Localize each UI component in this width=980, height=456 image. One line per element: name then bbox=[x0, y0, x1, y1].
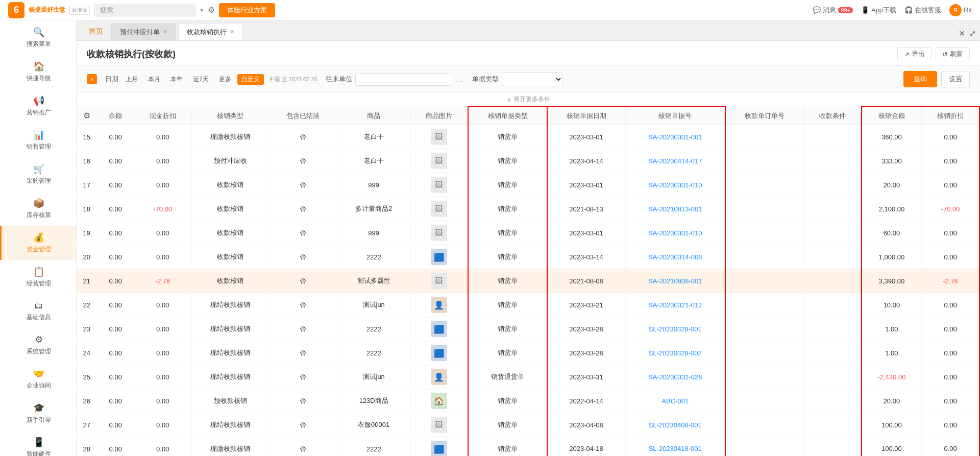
bill-no-link[interactable]: SL-20230418-001 bbox=[649, 445, 702, 452]
row-bill-no[interactable]: SA-20210808-001 bbox=[625, 269, 725, 293]
bill-no-link[interactable]: SL-20230328-001 bbox=[649, 325, 702, 333]
row-goods-img: 👤 bbox=[410, 365, 468, 389]
messages-group[interactable]: 💬 消息 99+ bbox=[813, 6, 853, 15]
row-bill-no[interactable]: SL-20230418-001 bbox=[625, 437, 725, 457]
row-bill-date: 2023-03-01 bbox=[547, 173, 625, 197]
bill-no-link[interactable]: SA-20230331-026 bbox=[648, 373, 702, 381]
bill-no-link[interactable]: SL-20230328-002 bbox=[649, 349, 702, 357]
row-cash-discount: 0.00 bbox=[134, 173, 191, 197]
refresh-button[interactable]: ↺ 刷新 bbox=[936, 47, 970, 61]
sidebar-item-inventory[interactable]: 📦 库存核算 bbox=[0, 191, 76, 226]
sidebar-item-finance[interactable]: 💰 资金管理 bbox=[0, 226, 76, 260]
date-option-7days[interactable]: 近7天 bbox=[189, 74, 213, 85]
table-wrapper[interactable]: ⚙ 余额 现金折扣 核销类型 包含已结清 商品 商品图片 核销单据类型 核销单据… bbox=[77, 106, 980, 456]
filter-expand-button[interactable]: » bbox=[87, 74, 97, 84]
bill-no-link[interactable]: SA-20230321-012 bbox=[648, 301, 702, 309]
row-bill-no[interactable]: SA-20230301-010 bbox=[625, 173, 725, 197]
row-bill-no[interactable]: SL-20230328-001 bbox=[625, 317, 725, 341]
maximize-icon[interactable]: ⤢ bbox=[969, 29, 976, 38]
row-verify-type: 预收款核销 bbox=[191, 389, 270, 413]
date-option-last-month[interactable]: 上月 bbox=[121, 74, 142, 85]
row-receipt-condition bbox=[803, 317, 861, 341]
date-option-more[interactable]: 更多 bbox=[215, 74, 235, 85]
column-settings-icon[interactable]: ⚙ bbox=[83, 111, 90, 120]
sidebar-item-sales[interactable]: 📊 销售管理 bbox=[0, 123, 76, 157]
row-bill-date: 2023-03-31 bbox=[547, 365, 625, 389]
counterpart-input[interactable] bbox=[355, 73, 452, 86]
col-gear[interactable]: ⚙ bbox=[77, 107, 97, 125]
row-verify-type: 现缴收款核销 bbox=[191, 125, 270, 149]
row-bill-no[interactable]: SA-20230301-010 bbox=[625, 221, 725, 245]
row-id: 18 bbox=[77, 197, 97, 221]
row-cash-discount: 0.00 bbox=[134, 365, 191, 389]
sidebar-item-purchase[interactable]: 🛒 采购管理 bbox=[0, 157, 76, 191]
sidebar-item-basic-info[interactable]: 🗂 基础信息 bbox=[0, 294, 76, 328]
row-bill-no[interactable]: ABC-001 bbox=[625, 389, 725, 413]
bill-no-link[interactable]: SA-20210813-001 bbox=[648, 205, 702, 213]
search-bar[interactable]: 搜索 bbox=[94, 4, 196, 17]
sidebar-item-search[interactable]: 🔍 搜索菜单 bbox=[0, 20, 76, 55]
sidebar-item-marketing[interactable]: 📢 营销推广 bbox=[0, 89, 76, 123]
row-verify-amount: 100.00 bbox=[862, 437, 922, 457]
bill-no-link[interactable]: SA-20230301-010 bbox=[648, 229, 702, 237]
search-icon: 🔍 bbox=[33, 27, 44, 38]
sidebar-item-guide[interactable]: 🎓 新手引导 bbox=[0, 396, 76, 430]
sidebar-item-hardware[interactable]: 📱 智能硬件 bbox=[0, 430, 76, 456]
row-receipt-order-no bbox=[725, 293, 803, 317]
row-receipt-order-no bbox=[725, 173, 803, 197]
row-bill-no[interactable]: SA-20230301-001 bbox=[625, 125, 725, 149]
setting-button[interactable]: 设置 bbox=[941, 71, 970, 87]
expand-more-bar[interactable]: ∨ 展开更多条件 bbox=[77, 93, 980, 106]
user-group[interactable]: R Rit bbox=[949, 4, 972, 16]
industry-solution-button[interactable]: 体验行业方案 bbox=[219, 3, 275, 17]
row-bill-no[interactable]: SA-20230321-012 bbox=[625, 293, 725, 317]
bill-no-link[interactable]: SA-20230314-008 bbox=[648, 253, 702, 261]
row-verify-type: 收款核销 bbox=[191, 269, 270, 293]
dropdown-arrow[interactable]: ▾ bbox=[200, 6, 204, 14]
row-bill-no[interactable]: SL-20230328-002 bbox=[625, 341, 725, 365]
bill-no-link[interactable]: ABC-001 bbox=[662, 397, 689, 405]
col-bill-date: 核销单据日期 bbox=[547, 107, 625, 125]
export-button[interactable]: ↗ 导出 bbox=[897, 47, 932, 61]
sidebar-label-sales: 销售管理 bbox=[27, 142, 51, 151]
tab-prepaid[interactable]: 预付冲应付单 ✕ bbox=[111, 23, 176, 40]
date-option-this-year[interactable]: 本年 bbox=[166, 74, 187, 85]
row-goods-img: 👤 bbox=[410, 293, 468, 317]
row-bill-no[interactable]: SA-20230314-008 bbox=[625, 245, 725, 269]
row-bill-type: 销货单 bbox=[468, 125, 547, 149]
tab-home[interactable]: 首页 bbox=[81, 23, 111, 40]
bill-type-select[interactable] bbox=[502, 73, 563, 86]
settings-gear-icon[interactable]: ⚙ bbox=[208, 5, 215, 15]
row-cash-discount: -2.76 bbox=[134, 269, 191, 293]
sidebar-item-system[interactable]: ⚙ 系统管理 bbox=[0, 328, 76, 362]
bill-no-link[interactable]: SA-20230414-017 bbox=[648, 157, 702, 165]
online-service-group[interactable]: 🎧 在线客服 bbox=[904, 6, 941, 15]
sidebar-item-nav[interactable]: 🏠 快捷导航 bbox=[0, 55, 76, 89]
row-bill-no[interactable]: SA-20230331-026 bbox=[625, 365, 725, 389]
tab-close-prepaid[interactable]: ✕ bbox=[163, 29, 167, 35]
date-option-custom[interactable]: 自定义 bbox=[237, 74, 264, 85]
row-bill-no[interactable]: SL-20230408-001 bbox=[625, 413, 725, 437]
bill-no-link[interactable]: SA-20230301-001 bbox=[648, 133, 702, 141]
row-bill-no[interactable]: SA-20210813-001 bbox=[625, 197, 725, 221]
bill-no-link[interactable]: SA-20230301-010 bbox=[648, 181, 702, 189]
sidebar-item-collab[interactable]: 🤝 企业协同 bbox=[0, 362, 76, 396]
app-download-group[interactable]: 📱 App下载 bbox=[861, 6, 896, 15]
query-button[interactable]: 查询 bbox=[903, 71, 937, 87]
bill-no-link[interactable]: SL-20230408-001 bbox=[649, 421, 702, 429]
row-bill-no[interactable]: SA-20230414-017 bbox=[625, 149, 725, 173]
row-goods: 2222 bbox=[337, 437, 410, 457]
row-bill-type: 销货单 bbox=[468, 173, 547, 197]
row-balance: 0.00 bbox=[97, 269, 134, 293]
row-balance: 0.00 bbox=[97, 149, 134, 173]
tab-receipt-verify[interactable]: 收款核销执行 ✕ bbox=[178, 23, 243, 40]
bill-no-link[interactable]: SA-20210808-001 bbox=[648, 277, 702, 285]
sidebar-item-management[interactable]: 📋 经营管理 bbox=[0, 260, 76, 294]
close-window-icon[interactable]: ✕ bbox=[959, 29, 965, 38]
date-option-this-month[interactable]: 本月 bbox=[144, 74, 164, 85]
tab-close-receipt[interactable]: ✕ bbox=[230, 29, 234, 35]
chart-icon: 📊 bbox=[33, 129, 44, 140]
row-include-cleared: 否 bbox=[270, 389, 337, 413]
row-balance: 0.00 bbox=[97, 245, 134, 269]
main-table: ⚙ 余额 现金折扣 核销类型 包含已结清 商品 商品图片 核销单据类型 核销单据… bbox=[77, 106, 980, 456]
